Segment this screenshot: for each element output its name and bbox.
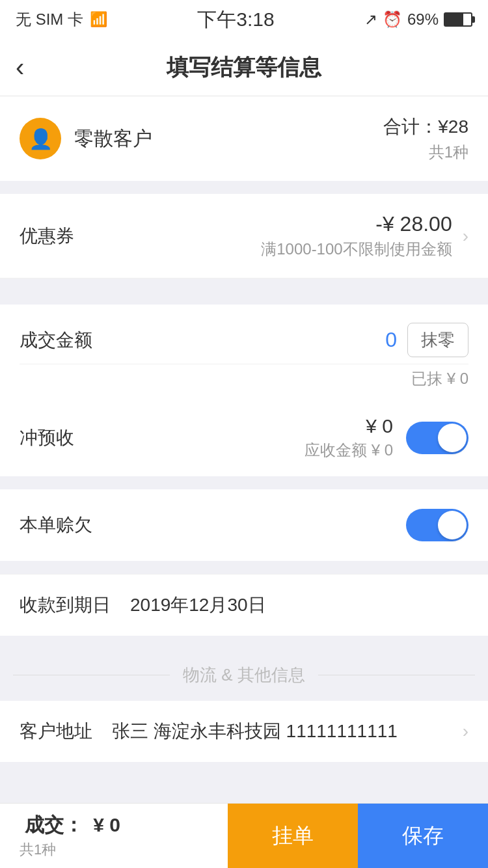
debt-row: 本单赊欠 [20, 509, 468, 541]
due-date-label: 收款到期日 [20, 593, 111, 617]
customer-count: 共1种 [383, 142, 468, 163]
status-bar: 无 SIM 卡 📶 下午3:18 ↗ ⏰ 69% [0, 0, 488, 39]
alarm-icon: ⏰ [383, 10, 402, 29]
address-label: 客户地址 [20, 719, 92, 744]
customer-name: 零散客户 [74, 126, 152, 152]
pre-payment-toggle[interactable] [406, 422, 468, 454]
address-row[interactable]: 客户地址 张三 海淀永丰科技园 11111111111 › [0, 701, 488, 762]
coupon-amount: -¥ 28.00 [261, 212, 452, 236]
coupon-note: 满1000-100不限制使用金额 [261, 239, 452, 260]
bottom-transaction: 成交： ¥ 0 [20, 812, 208, 839]
bottom-count: 共1种 [20, 840, 208, 860]
debt-toggle-thumb [438, 511, 467, 539]
logistics-line-right [318, 675, 475, 675]
transaction-value-wrap: 0 抹零 [385, 323, 468, 357]
coupon-col: -¥ 28.00 满1000-100不限制使用金额 [261, 212, 452, 260]
pre-amount-col: ¥ 0 应收金额 ¥ 0 [305, 415, 393, 461]
coupon-row[interactable]: 优惠券 -¥ 28.00 满1000-100不限制使用金额 › [0, 194, 488, 278]
due-date-row[interactable]: 收款到期日 2019年12月30日 [0, 574, 488, 636]
address-chevron-icon: › [463, 721, 468, 742]
divider-1 [0, 292, 488, 305]
logistics-divider: 物流 & 其他信息 [0, 649, 488, 701]
bottom-transaction-value: ¥ 0 [93, 814, 120, 835]
pre-payment-label: 冲预收 [20, 426, 74, 450]
content-area: 👤 零散客户 合计：¥28 共1种 优惠券 -¥ 28.00 满1000-100… [0, 96, 488, 853]
due-date-value: 2019年12月30日 [130, 593, 266, 617]
wifi-icon: 📶 [90, 11, 107, 28]
location-icon: ↗ [364, 10, 377, 29]
pre-payment-amount: ¥ 0 [305, 415, 393, 437]
pre-payment-right: ¥ 0 应收金额 ¥ 0 [305, 415, 468, 461]
coupon-right: -¥ 28.00 满1000-100不限制使用金额 › [261, 212, 468, 260]
hold-button[interactable]: 挂单 [228, 804, 358, 869]
transaction-label: 成交金额 [20, 328, 92, 353]
address-value: 张三 海淀永丰科技园 11111111111 [112, 719, 463, 744]
customer-left: 👤 零散客户 [20, 118, 152, 159]
chevron-right-icon: › [463, 226, 468, 247]
avatar: 👤 [20, 118, 61, 159]
bottom-info: 成交： ¥ 0 共1种 [0, 812, 228, 860]
debt-label: 本单赊欠 [20, 513, 92, 537]
transaction-section: 成交金额 0 抹零 已抹 ¥ 0 冲预收 ¥ 0 应收金额 ¥ 0 [0, 305, 488, 476]
debt-toggle[interactable] [406, 509, 468, 541]
pre-payment-row: 冲预收 ¥ 0 应收金额 ¥ 0 [20, 400, 468, 476]
pre-payment-note: 应收金额 ¥ 0 [305, 440, 393, 461]
transaction-value: 0 [385, 328, 397, 352]
customer-total: 合计：¥28 [383, 115, 468, 139]
divider-3 [0, 636, 488, 649]
status-right: ↗ ⏰ 69% [364, 10, 472, 29]
debt-section: 本单赊欠 [0, 489, 488, 561]
transaction-amount-row: 成交金额 0 抹零 [20, 305, 468, 364]
customer-row: 👤 零散客户 合计：¥28 共1种 [0, 96, 488, 181]
bottom-bar: 成交： ¥ 0 共1种 挂单 保存 [0, 803, 488, 868]
customer-right: 合计：¥28 共1种 [383, 115, 468, 163]
round-btn[interactable]: 抹零 [407, 323, 468, 357]
bottom-transaction-label: 成交： [25, 814, 83, 835]
status-left: 无 SIM 卡 📶 [16, 9, 107, 30]
battery-text: 69% [407, 10, 439, 29]
save-button[interactable]: 保存 [358, 804, 488, 869]
status-time: 下午3:18 [197, 7, 274, 33]
page-title: 填写结算等信息 [167, 53, 321, 83]
toggle-thumb [438, 424, 467, 452]
coupon-label: 优惠券 [20, 224, 74, 249]
battery-icon [444, 12, 472, 27]
carrier-text: 无 SIM 卡 [16, 9, 83, 30]
nav-bar: ‹ 填写结算等信息 [0, 39, 488, 96]
back-button[interactable]: ‹ [16, 53, 24, 82]
logistics-text: 物流 & 其他信息 [183, 664, 305, 686]
divider-2 [0, 476, 488, 489]
transaction-sub: 已抹 ¥ 0 [20, 364, 468, 400]
avatar-icon: 👤 [29, 128, 53, 150]
logistics-line-left [13, 675, 170, 675]
